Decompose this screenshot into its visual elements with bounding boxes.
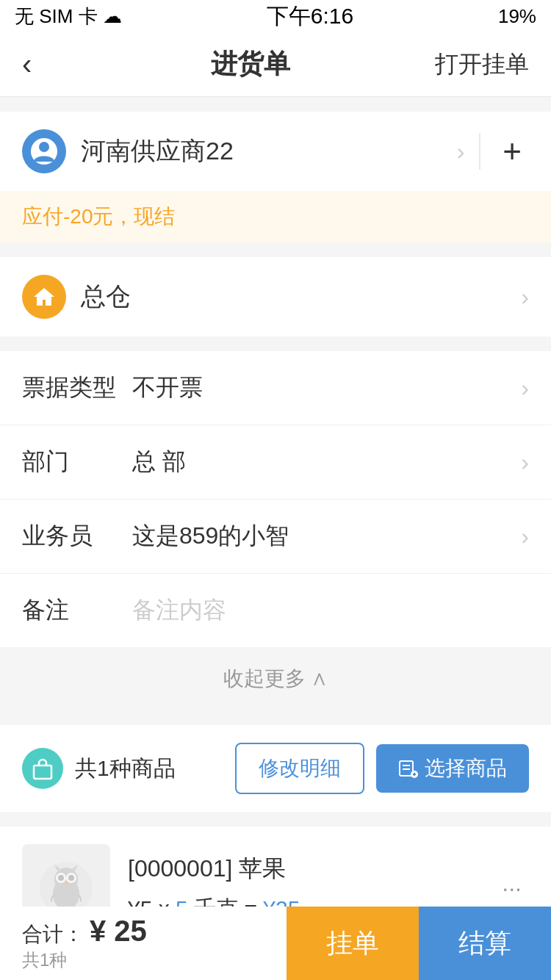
salesman-chevron-icon: › <box>521 523 529 550</box>
open-hang-button[interactable]: 打开挂单 <box>435 48 529 81</box>
section-gap-3 <box>0 336 551 351</box>
person-icon <box>31 138 57 165</box>
bag-icon <box>31 757 54 780</box>
warehouse-chevron-icon: › <box>521 284 529 311</box>
status-right: 19% <box>498 5 536 28</box>
section-gap-4 <box>0 710 551 725</box>
total-sub-label: 共1种 <box>22 948 264 972</box>
status-bar: 无 SIM 卡 ☁ 下午6:16 19% <box>0 0 551 32</box>
products-icon <box>22 748 63 789</box>
warehouse-section: 总仓 › <box>0 257 551 336</box>
total-label: 合计： ¥ 25 <box>22 915 264 948</box>
section-gap-2 <box>0 242 551 257</box>
house-icon <box>32 285 56 309</box>
page-title: 进货单 <box>211 46 290 82</box>
svg-marker-1 <box>34 288 54 306</box>
status-left: 无 SIM 卡 ☁ <box>15 4 122 29</box>
form-section: 票据类型 不开票 › 部门 总 部 › 业务员 这是859的小智 › 备注 备注… <box>0 351 551 647</box>
ticket-value: 不开票 <box>118 372 514 404</box>
supplier-divider <box>479 133 480 170</box>
total-amount: ¥ 25 <box>90 915 147 948</box>
checkout-button[interactable]: 结算 <box>419 907 551 980</box>
products-header: 共1种商品 修改明细 选择商品 <box>0 725 551 812</box>
svg-point-15 <box>68 875 74 881</box>
total-section: 合计： ¥ 25 共1种 <box>0 915 287 972</box>
department-label: 部门 <box>22 446 118 478</box>
warehouse-name: 总仓 <box>81 280 514 314</box>
supplier-row[interactable]: 河南供应商22 › + <box>0 112 551 191</box>
supplier-avatar <box>22 129 66 173</box>
nav-bar: ‹ 进货单 打开挂单 <box>0 32 551 97</box>
product-code: [0000001] <box>128 855 232 882</box>
product-title-text: 苹果 <box>239 855 286 882</box>
department-chevron-icon: › <box>521 449 529 476</box>
select-product-label: 选择商品 <box>425 754 507 782</box>
svg-rect-2 <box>34 765 51 779</box>
hang-button[interactable]: 挂单 <box>287 907 419 980</box>
warehouse-row[interactable]: 总仓 › <box>0 257 551 336</box>
remark-row[interactable]: 备注 备注内容 <box>0 573 551 647</box>
avatar-icon <box>31 138 57 165</box>
ticket-label: 票据类型 <box>22 372 118 404</box>
salesman-row[interactable]: 业务员 这是859的小智 › <box>0 499 551 573</box>
salesman-label: 业务员 <box>22 520 118 552</box>
svg-point-14 <box>58 875 64 881</box>
remark-label: 备注 <box>22 594 118 627</box>
battery-status: 19% <box>498 5 536 28</box>
warehouse-icon <box>22 275 66 319</box>
add-supplier-button[interactable]: + <box>495 133 529 170</box>
supplier-chevron-icon: › <box>457 138 465 165</box>
remark-input[interactable]: 备注内容 <box>118 594 529 627</box>
select-product-icon <box>398 758 419 779</box>
ticket-type-row[interactable]: 票据类型 不开票 › <box>0 351 551 425</box>
supplier-notice: 应付-20元，现结 <box>0 191 551 242</box>
salesman-value: 这是859的小智 <box>118 520 514 552</box>
product-count: 共1种商品 <box>75 754 235 784</box>
total-text: 合计： <box>22 920 84 948</box>
select-product-button[interactable]: 选择商品 <box>376 744 529 793</box>
sim-status: 无 SIM 卡 ☁ <box>15 4 122 29</box>
department-row[interactable]: 部门 总 部 › <box>0 425 551 499</box>
supplier-section: 河南供应商22 › + 应付-20元，现结 <box>0 112 551 242</box>
edit-detail-button[interactable]: 修改明细 <box>235 743 364 794</box>
back-button[interactable]: ‹ <box>22 48 66 81</box>
collapse-button[interactable]: 收起更多 ∧ <box>0 647 551 710</box>
product-name: [0000001] 苹果 <box>128 853 494 885</box>
svg-point-0 <box>39 142 49 152</box>
product-more-button[interactable]: ··· <box>494 868 529 909</box>
status-time: 下午6:16 <box>267 1 353 32</box>
section-gap-1 <box>0 97 551 112</box>
bottom-bar: 合计： ¥ 25 共1种 挂单 结算 <box>0 907 551 980</box>
ticket-chevron-icon: › <box>521 375 529 402</box>
department-value: 总 部 <box>118 446 514 478</box>
supplier-name: 河南供应商22 <box>81 134 450 168</box>
